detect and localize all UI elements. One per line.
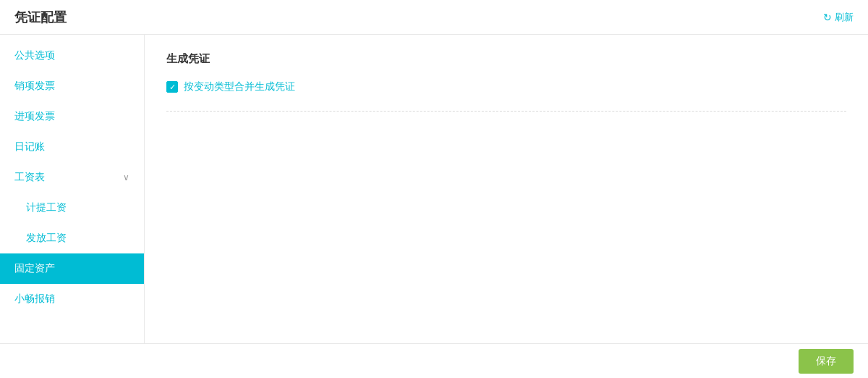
sidebar-item-expense[interactable]: 小畅报销 <box>0 284 144 314</box>
refresh-label: 刷新 <box>835 11 854 24</box>
sidebar-item-public[interactable]: 公共选项 <box>0 41 144 71</box>
sidebar-item-label: 小畅报销 <box>14 293 55 306</box>
page-header: 凭证配置 ↻ 刷新 <box>0 0 868 35</box>
chevron-down-icon: ∨ <box>123 172 129 182</box>
refresh-button[interactable]: ↻ 刷新 <box>823 11 854 24</box>
refresh-icon: ↻ <box>823 12 832 23</box>
sidebar-item-label: 公共选项 <box>14 49 55 62</box>
sidebar-item-label: 发放工资 <box>26 232 67 245</box>
sidebar-item-payroll-release[interactable]: 发放工资 <box>0 223 144 253</box>
sidebar-item-sales-invoice[interactable]: 销项发票 <box>0 71 144 101</box>
merge-voucher-checkbox[interactable]: ✓ <box>166 81 178 93</box>
sidebar-item-label: 固定资产 <box>14 262 55 275</box>
sidebar: 公共选项销项发票进项发票日记账工资表∨计提工资发放工资固定资产小畅报销 <box>0 35 145 343</box>
sidebar-item-fixed-assets[interactable]: 固定资产 <box>0 253 144 284</box>
sidebar-item-payroll-accrual[interactable]: 计提工资 <box>0 193 144 223</box>
page-footer: 保存 <box>0 343 868 378</box>
sidebar-item-purchase-invoice[interactable]: 进项发票 <box>0 101 144 132</box>
checkbox-row: ✓ 按变动类型合并生成凭证 <box>166 80 846 93</box>
sidebar-item-label: 销项发票 <box>14 80 55 93</box>
sidebar-item-payroll[interactable]: 工资表∨ <box>0 162 144 193</box>
sidebar-item-label: 日记账 <box>14 140 45 154</box>
save-button[interactable]: 保存 <box>799 349 854 374</box>
content-area: 生成凭证 ✓ 按变动类型合并生成凭证 <box>145 35 868 343</box>
main-container: 公共选项销项发票进项发票日记账工资表∨计提工资发放工资固定资产小畅报销 生成凭证… <box>0 35 868 343</box>
sidebar-item-label: 工资表 <box>14 171 45 184</box>
section-divider <box>166 111 846 112</box>
sidebar-item-journal[interactable]: 日记账 <box>0 132 144 162</box>
check-icon: ✓ <box>169 83 176 91</box>
page-title: 凭证配置 <box>14 9 67 26</box>
sidebar-item-label: 进项发票 <box>14 110 55 123</box>
section-title: 生成凭证 <box>166 52 846 66</box>
checkbox-label: 按变动类型合并生成凭证 <box>184 80 295 93</box>
sidebar-item-label: 计提工资 <box>26 201 67 214</box>
